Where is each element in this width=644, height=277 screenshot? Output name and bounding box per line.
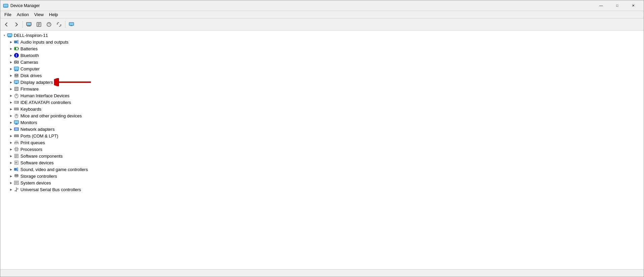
softwarecomp-expander[interactable]: ▶: [8, 153, 14, 159]
print-label: Print queues: [20, 140, 45, 145]
hid-expander[interactable]: ▶: [8, 93, 14, 98]
softwaredev-expander[interactable]: ▶: [8, 160, 14, 165]
computer-expander[interactable]: ▶: [8, 66, 14, 71]
processors-expander[interactable]: ▶: [8, 147, 14, 152]
bluetooth-icon: ᛒ: [14, 53, 19, 58]
tree-item-bluetooth[interactable]: ▶ ᛒ Bluetooth: [7, 52, 644, 59]
svg-rect-30: [18, 48, 19, 49]
svg-rect-67: [16, 108, 17, 109]
back-button[interactable]: [2, 20, 11, 29]
tree-item-mice[interactable]: ▶ Mice and other pointing devices: [7, 112, 644, 119]
svg-rect-31: [15, 48, 16, 50]
hid-icon: [14, 93, 19, 98]
display-expander[interactable]: ▶: [8, 79, 14, 85]
svg-rect-73: [17, 109, 18, 110]
ports-expander[interactable]: ▶: [8, 133, 14, 138]
tree-item-processors[interactable]: ▶: [7, 146, 644, 153]
root-icon: [7, 33, 12, 38]
ide-label: IDE ATA/ATAPI controllers: [20, 100, 71, 105]
title-bar: Device Manager — □ ✕: [0, 0, 644, 11]
root-expander[interactable]: ▾: [2, 33, 7, 38]
tree-item-batteries[interactable]: ▶ Batteries: [7, 45, 644, 52]
svg-rect-4: [27, 23, 31, 25]
tree-item-sound[interactable]: ▶ Sound, video and game controllers: [7, 166, 644, 173]
svg-rect-61: [16, 101, 17, 103]
menu-help[interactable]: Help: [46, 11, 61, 18]
computer-button[interactable]: [24, 20, 34, 29]
svg-rect-60: [14, 101, 16, 103]
svg-rect-100: [15, 148, 17, 150]
svg-rect-49: [15, 84, 17, 84]
tree-item-softwarecomp[interactable]: ▶ Software components: [7, 153, 644, 159]
ports-label: Ports (COM & LPT): [20, 133, 58, 138]
disk-label: Disk drives: [20, 73, 42, 78]
monitors-expander[interactable]: ▶: [8, 120, 14, 125]
tree-item-ports[interactable]: ▶ Ports (COM & LPT): [7, 132, 644, 139]
batteries-expander[interactable]: ▶: [8, 46, 14, 51]
usb-label: Universal Serial Bus controllers: [20, 187, 81, 192]
toolbar: ?: [0, 18, 644, 31]
properties-button[interactable]: [34, 20, 44, 29]
firmware-expander[interactable]: ▶: [8, 86, 14, 92]
tree-item-keyboards[interactable]: ▶: [7, 106, 644, 112]
batteries-icon: [14, 46, 19, 51]
tree-item-cameras[interactable]: ▶ Cameras: [7, 59, 644, 65]
tree-item-hid[interactable]: ▶ Human Interface Devices: [7, 92, 644, 99]
keyboards-expander[interactable]: ▶: [8, 106, 14, 112]
tree-item-system[interactable]: ▶ System devices: [7, 179, 644, 186]
tree-item-firmware[interactable]: ▶ Firmware: [7, 86, 644, 92]
tree-root[interactable]: ▾ DELL-Inspiron-11: [0, 32, 644, 39]
sound-expander[interactable]: ▶: [8, 167, 14, 172]
tree-item-monitors[interactable]: ▶ Monitors: [7, 119, 644, 126]
tree-item-ide[interactable]: ▶ IDE ATA/ATAPI controllers: [7, 99, 644, 106]
tree-item-storage[interactable]: ▶ Storage controllers: [7, 173, 644, 179]
print-expander[interactable]: ▶: [8, 140, 14, 145]
cameras-expander[interactable]: ▶: [8, 59, 14, 65]
audio-expander[interactable]: ▶: [8, 39, 14, 45]
menu-view[interactable]: View: [32, 11, 46, 18]
statusbar: [0, 269, 644, 277]
ide-expander[interactable]: ▶: [8, 100, 14, 105]
forward-button[interactable]: [12, 20, 21, 29]
close-button[interactable]: ✕: [626, 0, 641, 11]
usb-icon: [14, 187, 19, 192]
softwarecomp-icon: [14, 153, 19, 159]
menu-action[interactable]: Action: [14, 11, 32, 18]
svg-rect-18: [70, 25, 72, 26]
tree-item-disk[interactable]: ▶ Disk drives: [7, 72, 644, 79]
tree-item-usb[interactable]: ▶ Universal Serial Bus controllers: [7, 186, 644, 193]
mice-expander[interactable]: ▶: [8, 113, 14, 118]
tree-item-print[interactable]: ▶ Print queues: [7, 139, 644, 146]
cameras-label: Cameras: [20, 60, 38, 65]
svg-rect-65: [15, 108, 15, 109]
usb-expander[interactable]: ▶: [8, 187, 14, 192]
mice-label: Mice and other pointing devices: [20, 113, 82, 118]
tree-item-computer[interactable]: ▶ Computer: [7, 65, 644, 72]
tree-item-network[interactable]: ▶ Network adapters: [7, 126, 644, 132]
maximize-button[interactable]: □: [609, 0, 625, 11]
hid-label: Human Interface Devices: [20, 93, 69, 98]
bluetooth-label: Bluetooth: [20, 53, 39, 58]
refresh-button[interactable]: [54, 20, 64, 29]
tree-item-softwaredev[interactable]: ▶ Software devices: [7, 159, 644, 166]
network-expander[interactable]: ▶: [8, 126, 14, 132]
tree-item-audio[interactable]: ▶ Audio inputs and outputs: [7, 39, 644, 45]
system-expander[interactable]: ▶: [8, 180, 14, 185]
tree-item-display[interactable]: ▶ Display adapters: [7, 79, 644, 86]
keyboards-icon: [14, 106, 19, 112]
minimize-button[interactable]: —: [593, 0, 609, 11]
storage-expander[interactable]: ▶: [8, 173, 14, 179]
menu-file[interactable]: File: [2, 11, 14, 18]
ports-icon: [14, 133, 19, 138]
help-button[interactable]: ?: [44, 20, 54, 29]
disk-expander[interactable]: ▶: [8, 73, 14, 78]
svg-rect-48: [14, 80, 18, 83]
processors-icon: [14, 147, 19, 152]
display-icon: [14, 79, 19, 85]
display-button[interactable]: [67, 20, 76, 29]
bluetooth-expander[interactable]: ▶: [8, 53, 14, 58]
mice-icon: [14, 113, 19, 118]
storage-label: Storage controllers: [20, 174, 57, 179]
firmware-label: Firmware: [20, 87, 39, 92]
display-label: Display adapters: [20, 80, 53, 85]
